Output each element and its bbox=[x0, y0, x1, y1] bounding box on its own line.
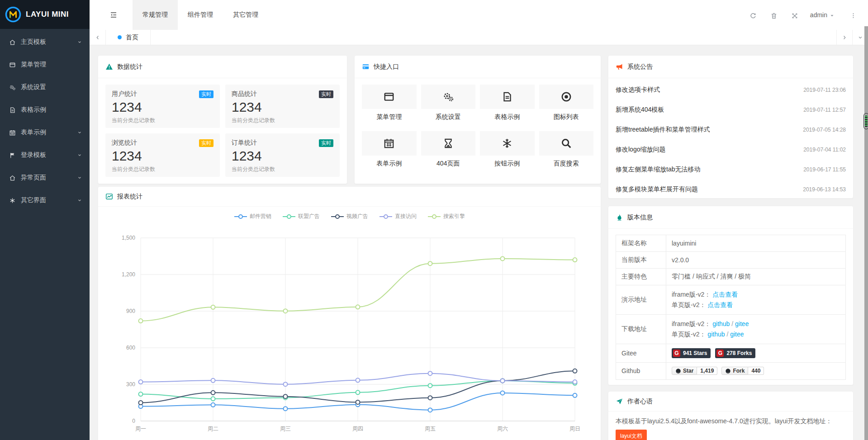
stat-badge: 实时 bbox=[199, 90, 213, 98]
trash-icon bbox=[770, 12, 778, 19]
quick-entry-4[interactable]: 表单示例 bbox=[362, 131, 417, 168]
chevron-down-icon bbox=[77, 39, 82, 45]
version-row: 框架名称layuimini bbox=[616, 235, 846, 252]
announcement-text: 修改选项卡样式 bbox=[616, 86, 660, 94]
link-github[interactable]: github bbox=[707, 331, 725, 338]
stat-label: 浏览统计 bbox=[112, 139, 137, 147]
warn-triangle-icon bbox=[105, 63, 113, 71]
announcement-row[interactable]: 修改logo缩放问题2019-07-04 11:02 bbox=[616, 140, 846, 160]
tab-scroll-left-icon[interactable] bbox=[90, 30, 106, 45]
scrollbar-thumb[interactable] bbox=[863, 113, 868, 129]
version-row: GithubStar1,419Fork440 bbox=[616, 363, 846, 380]
calendar-icon bbox=[9, 129, 16, 136]
version-row: GiteeG941 StarsG278 Forks bbox=[616, 344, 846, 363]
sidebar-item-2[interactable]: 系统设置 bbox=[0, 76, 90, 99]
calendar-icon bbox=[383, 137, 395, 149]
chevron-right-icon bbox=[841, 34, 848, 41]
sidebar-item-6[interactable]: 异常页面 bbox=[0, 166, 90, 189]
card-author-header: 作者心语 bbox=[608, 392, 853, 412]
sidebar-item-0[interactable]: 主页模板 bbox=[0, 31, 90, 53]
collapse-menu-icon[interactable] bbox=[107, 8, 120, 22]
layui-doc-button[interactable]: layui文档 bbox=[616, 430, 647, 440]
sidebar-item-label: 其它界面 bbox=[21, 196, 77, 204]
announcement-row[interactable]: 新增系统404模板2019-07-11 12:57 bbox=[616, 100, 846, 120]
link-gitee[interactable]: gitee bbox=[730, 331, 744, 338]
hourglass-icon bbox=[442, 137, 454, 149]
refresh-icon[interactable] bbox=[749, 11, 757, 19]
chevron-down-icon bbox=[857, 34, 863, 41]
github-fork-button[interactable]: Fork440 bbox=[721, 367, 764, 375]
user-dropdown[interactable]: admin bbox=[810, 11, 835, 19]
header-actions: admin bbox=[736, 11, 856, 19]
gitee-badge[interactable]: G941 Stars bbox=[672, 348, 711, 358]
legend-item[interactable]: 邮件营销 bbox=[234, 213, 271, 220]
announcement-row[interactable]: 新增treetable插件和菜单管理样式2019-07-05 14:28 bbox=[616, 120, 846, 140]
announcement-text: 新增系统404模板 bbox=[616, 106, 664, 114]
quick-entry-0[interactable]: 菜单管理 bbox=[362, 85, 417, 121]
sidebar-item-4[interactable]: 表单示例 bbox=[0, 121, 90, 144]
app-title: LAYUI MINI bbox=[26, 10, 69, 19]
sidebar-item-5[interactable]: 登录模板 bbox=[0, 144, 90, 166]
version-table: 框架名称layuimini当前版本v2.0.0主要特色零门槛 / 响应式 / 清… bbox=[616, 235, 846, 380]
sidebar-item-label: 登录模板 bbox=[21, 151, 77, 159]
sidebar-item-3[interactable]: 表格示例 bbox=[0, 99, 90, 121]
scrollbar-track[interactable] bbox=[864, 26, 868, 440]
github-star-button[interactable]: Star1,419 bbox=[672, 367, 717, 375]
outdent-icon bbox=[109, 11, 118, 19]
flame-icon bbox=[616, 213, 623, 221]
announcement-row[interactable]: 修复左侧菜单缩放tab无法移动2019-06-17 11:55 bbox=[616, 160, 846, 180]
link-点击查看[interactable]: 点击查看 bbox=[712, 291, 738, 298]
report-chart-svg: 03006009001,2001,500周一周二周三周四周五周六周日 bbox=[98, 207, 600, 440]
link-github[interactable]: github bbox=[712, 320, 730, 327]
stat-badge: 实时 bbox=[199, 139, 213, 147]
logo[interactable]: LAYUI MINI bbox=[0, 0, 90, 29]
quick-entry-6[interactable]: 按钮示例 bbox=[480, 131, 535, 168]
svg-text:600: 600 bbox=[126, 345, 135, 351]
tab-scroll-right-icon[interactable] bbox=[836, 30, 852, 45]
github-count: 440 bbox=[748, 367, 764, 375]
quick-entry-2[interactable]: 表格示例 bbox=[480, 85, 535, 121]
top-nav-item-1[interactable]: 组件管理 bbox=[178, 0, 223, 30]
tab-home[interactable]: 首页 bbox=[106, 30, 151, 45]
quick-entry-3[interactable]: 图标列表 bbox=[539, 85, 594, 121]
version-row: 主要特色零门槛 / 响应式 / 清爽 / 极简 bbox=[616, 269, 846, 285]
announcement-row[interactable]: 修改选项卡样式2019-07-11 23:06 bbox=[616, 80, 846, 100]
refresh-icon bbox=[749, 12, 757, 19]
svg-text:周一: 周一 bbox=[135, 426, 146, 432]
sidebar-item-1[interactable]: 菜单管理 bbox=[0, 53, 90, 76]
window-icon bbox=[383, 91, 395, 103]
tab-home-label: 首页 bbox=[126, 33, 138, 42]
quick-entry-label: 表格示例 bbox=[480, 113, 535, 121]
legend-item[interactable]: 直接访问 bbox=[379, 213, 417, 220]
announcement-row[interactable]: 修复多模块菜单栏展开有问题2019-06-13 14:53 bbox=[616, 180, 846, 199]
legend-item[interactable]: 联盟广告 bbox=[282, 213, 320, 220]
line-chart: 03006009001,2001,500周一周二周三周四周五周六周日 bbox=[98, 207, 600, 440]
quick-entry-5[interactable]: 404页面 bbox=[421, 131, 476, 168]
announcement-text: 修复左侧菜单缩放tab无法移动 bbox=[616, 166, 700, 174]
logo-icon bbox=[5, 6, 22, 23]
card-author-words: 作者心语 本模板基于layui2.5.4以及font-awesome-4.7.0… bbox=[608, 391, 854, 440]
legend-item[interactable]: 搜索引擎 bbox=[427, 213, 465, 220]
version-label: 主要特色 bbox=[616, 269, 666, 285]
gitee-badge[interactable]: G278 Forks bbox=[715, 348, 755, 358]
link-gitee[interactable]: gitee bbox=[735, 320, 749, 327]
more-menu-icon[interactable] bbox=[850, 11, 856, 19]
announcement-text: 修复多模块菜单栏展开有问题 bbox=[616, 185, 698, 194]
quick-entry-1[interactable]: 系统设置 bbox=[421, 85, 476, 121]
legend-item[interactable]: 视频广告 bbox=[331, 213, 368, 220]
top-nav-item-0[interactable]: 常规管理 bbox=[133, 0, 178, 30]
fullscreen-icon[interactable] bbox=[791, 11, 798, 19]
card-title: 快捷入口 bbox=[374, 63, 399, 71]
sidebar-item-7[interactable]: 其它界面 bbox=[0, 189, 90, 212]
announcement-text: 修改logo缩放问题 bbox=[616, 146, 665, 154]
card-title: 系统公告 bbox=[627, 63, 653, 71]
stats-grid: 用户统计实时1234当前分类总记录数商品统计实时1234当前分类总记录数浏览统计… bbox=[98, 78, 347, 183]
version-label: Github bbox=[616, 363, 666, 380]
quick-entry-7[interactable]: 百度搜索 bbox=[539, 131, 594, 168]
stat-label: 订单统计 bbox=[232, 139, 257, 147]
clear-cache-icon[interactable] bbox=[770, 11, 778, 19]
card-quick-entry: 快捷入口 菜单管理系统设置表格示例图标列表表单示例404页面按钮示例百度搜索 bbox=[354, 55, 601, 184]
top-nav-item-2[interactable]: 其它管理 bbox=[223, 0, 268, 30]
file-icon bbox=[501, 91, 513, 103]
link-点击查看[interactable]: 点击查看 bbox=[707, 301, 733, 308]
